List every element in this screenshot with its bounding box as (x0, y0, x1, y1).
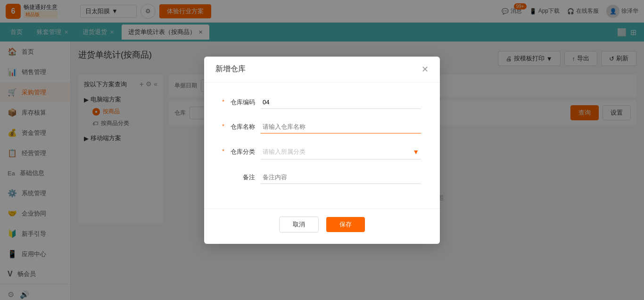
category-placeholder: 请输入所属分类 (263, 148, 413, 156)
form-row-code: 仓库编码 (223, 96, 421, 109)
cancel-button[interactable]: 取消 (279, 217, 319, 233)
form-row-category: 仓库分类 请输入所属分类 ▼ (223, 145, 421, 159)
warehouse-code-input[interactable] (261, 96, 421, 109)
warehouse-category-select[interactable]: 请输入所属分类 ▼ (261, 145, 421, 159)
form-row-name: 仓库名称 (223, 120, 421, 133)
modal-body: 仓库编码 仓库名称 仓库分类 请输入所属分类 ▼ 备注 (204, 83, 440, 208)
warehouse-note-input[interactable] (261, 171, 421, 184)
name-label: 仓库名称 (223, 123, 261, 131)
modal-header: 新增仓库 ✕ (204, 57, 440, 83)
code-label: 仓库编码 (223, 98, 261, 107)
modal-overlay[interactable]: 新增仓库 ✕ 仓库编码 仓库名称 仓库分类 请输入所属分类 ▼ (0, 0, 644, 300)
save-button[interactable]: 保存 (326, 217, 365, 232)
category-label: 仓库分类 (223, 148, 261, 156)
modal-title: 新增仓库 (215, 64, 246, 74)
category-dropdown-icon: ▼ (413, 148, 419, 156)
modal-footer: 取消 保存 (204, 208, 440, 244)
modal-close-btn[interactable]: ✕ (421, 64, 429, 75)
warehouse-name-input[interactable] (261, 120, 421, 133)
note-label: 备注 (223, 173, 261, 182)
new-warehouse-modal: 新增仓库 ✕ 仓库编码 仓库名称 仓库分类 请输入所属分类 ▼ (204, 57, 440, 244)
form-row-note: 备注 (223, 171, 421, 184)
